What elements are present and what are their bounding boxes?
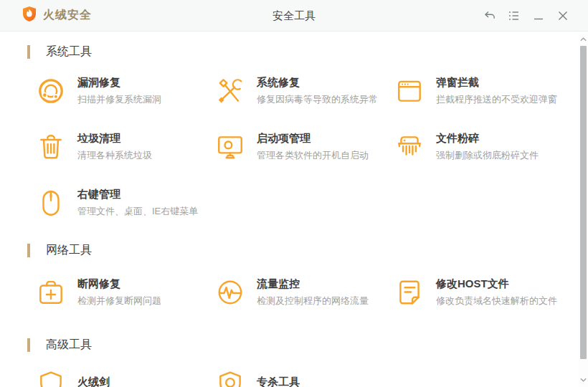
titlebar: 火绒安全 安全工具 bbox=[0, 0, 588, 32]
window-controls bbox=[478, 0, 575, 32]
shield-bug-icon bbox=[215, 369, 245, 387]
mouse-icon bbox=[36, 188, 66, 218]
tool-special-kill[interactable]: 专杀工具 bbox=[215, 368, 394, 387]
tool-desc: 检测及控制程序的网络流量 bbox=[257, 295, 369, 307]
section-title: 网络工具 bbox=[46, 243, 92, 258]
section-title: 高级工具 bbox=[46, 338, 92, 353]
tool-popup-block[interactable]: 弹窗拦截 拦截程序推送的不受欢迎弹窗 bbox=[394, 75, 574, 108]
patch-lifebuoy-icon bbox=[36, 76, 66, 106]
monitor-power-icon bbox=[215, 132, 245, 162]
window-title: 安全工具 bbox=[272, 9, 316, 22]
tools-content: 系统工具 漏洞修复 扫描并修复系统漏洞 bbox=[0, 44, 588, 387]
waveform-circle-icon bbox=[215, 277, 245, 307]
brand: 火绒安全 bbox=[22, 6, 92, 25]
tool-vulnerability-fix[interactable]: 漏洞修复 扫描并修复系统漏洞 bbox=[36, 75, 215, 108]
section-marker bbox=[27, 45, 30, 59]
tool-desc: 清理各种系统垃圾 bbox=[77, 149, 152, 162]
tool-desc: 修复因病毒等导致的系统异常 bbox=[257, 93, 378, 106]
network-tools-grid: 断网修复 检测并修复断网问题 流量监控 检测及控制程序的网络流量 bbox=[36, 276, 588, 309]
system-tools-grid: 漏洞修复 扫描并修复系统漏洞 系统修复 修复因病毒等导致的系统异 bbox=[36, 75, 588, 219]
section-marker bbox=[27, 244, 30, 257]
tool-traffic-monitor[interactable]: 流量监控 检测及控制程序的网络流量 bbox=[215, 276, 394, 309]
section-marker bbox=[27, 338, 30, 352]
tool-desc: 检测并修复断网问题 bbox=[77, 295, 161, 307]
tool-desc: 扫描并修复系统漏洞 bbox=[77, 93, 161, 106]
tool-trash-clean[interactable]: 垃圾清理 清理各种系统垃圾 bbox=[36, 130, 215, 163]
document-lines-icon bbox=[394, 277, 425, 307]
tool-desc: 管理文件、桌面、IE右键菜单 bbox=[77, 205, 198, 218]
shield-icon bbox=[36, 369, 66, 387]
trash-can-icon bbox=[36, 132, 66, 162]
tool-file-shred[interactable]: 文件粉碎 强制删除或彻底粉碎文件 bbox=[394, 130, 574, 163]
section-title: 系统工具 bbox=[46, 44, 92, 59]
tool-context-menu-manage[interactable]: 右键管理 管理文件、桌面、IE右键菜单 bbox=[36, 186, 215, 219]
tool-name: 流量监控 bbox=[257, 277, 369, 291]
tool-desc: 强制删除或彻底粉碎文件 bbox=[436, 149, 539, 162]
back-arrow-icon[interactable] bbox=[478, 0, 502, 32]
wrench-screwdriver-icon bbox=[215, 76, 245, 106]
tool-name: 系统修复 bbox=[257, 76, 378, 90]
scroll-down-arrow-icon[interactable] bbox=[579, 374, 588, 386]
tool-desc: 管理各类软件的开机自启动 bbox=[257, 149, 369, 162]
tool-name: 断网修复 bbox=[77, 277, 161, 291]
tool-name: 文件粉碎 bbox=[436, 132, 539, 145]
first-aid-kit-icon bbox=[36, 277, 66, 307]
tool-name: 漏洞修复 bbox=[77, 76, 161, 90]
tool-name: 专杀工具 bbox=[257, 376, 300, 387]
tool-huorong-sword[interactable]: 火绒剑 bbox=[36, 368, 215, 387]
huorong-security-tools-window: 火绒安全 安全工具 bbox=[0, 0, 588, 387]
section-header-network-tools: 网络工具 bbox=[27, 242, 588, 258]
scrollbar-thumb[interactable] bbox=[580, 46, 587, 359]
popup-window-icon bbox=[394, 76, 425, 106]
tool-system-repair[interactable]: 系统修复 修复因病毒等导致的系统异常 bbox=[215, 75, 394, 108]
tool-startup-manage[interactable]: 启动项管理 管理各类软件的开机自启动 bbox=[215, 130, 394, 163]
tool-name: 右键管理 bbox=[77, 188, 198, 201]
tool-network-repair[interactable]: 断网修复 检测并修复断网问题 bbox=[36, 276, 215, 309]
tool-name: 修改HOST文件 bbox=[436, 277, 557, 291]
close-icon[interactable] bbox=[551, 0, 575, 32]
tool-desc: 拦截程序推送的不受欢迎弹窗 bbox=[436, 93, 557, 106]
flame-shield-icon bbox=[22, 6, 37, 25]
scroll-up-arrow-icon[interactable] bbox=[579, 34, 588, 45]
tool-desc: 修改负责域名快速解析的文件 bbox=[436, 295, 557, 307]
tool-name: 弹窗拦截 bbox=[436, 76, 557, 90]
shredder-icon bbox=[394, 132, 425, 162]
tool-name: 垃圾清理 bbox=[77, 132, 152, 145]
vertical-scrollbar bbox=[579, 32, 588, 387]
section-header-advanced-tools: 高级工具 bbox=[27, 337, 588, 353]
section-header-system-tools: 系统工具 bbox=[27, 44, 588, 59]
tool-name: 启动项管理 bbox=[257, 132, 369, 145]
advanced-tools-grid: 火绒剑 专杀工具 bbox=[36, 368, 588, 387]
app-name: 火绒安全 bbox=[43, 8, 92, 23]
task-list-icon[interactable] bbox=[502, 0, 526, 32]
tool-name: 火绒剑 bbox=[77, 376, 110, 387]
tool-host-file-edit[interactable]: 修改HOST文件 修改负责域名快速解析的文件 bbox=[394, 276, 574, 309]
minimize-icon[interactable] bbox=[526, 0, 551, 32]
